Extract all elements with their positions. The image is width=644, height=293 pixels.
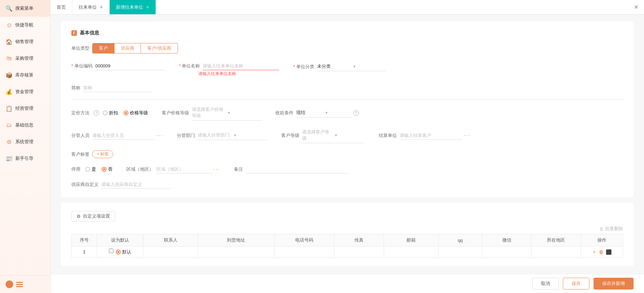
tab-partners-close[interactable]: ✕ xyxy=(100,5,103,10)
unit-code-input[interactable] xyxy=(95,62,165,70)
row-fax[interactable] xyxy=(335,246,384,258)
add-tag-button[interactable]: + 标签 xyxy=(92,150,113,158)
settlement-unit-more-icon[interactable]: ··· xyxy=(464,132,470,139)
pricing-radio-discount-label: 折扣 xyxy=(109,110,118,116)
unit-category-select[interactable]: 未分类 ▼ xyxy=(317,62,387,71)
wechat-input[interactable] xyxy=(495,249,519,254)
custom-settings-button[interactable]: ⚙ 自定义项设置 xyxy=(71,211,115,221)
disable-yes-label: 是 xyxy=(92,166,96,172)
tab-new-partner-close[interactable]: ✕ xyxy=(146,5,149,10)
sidebar-item-label: 资金管理 xyxy=(15,89,33,95)
region-more-icon[interactable]: ··· xyxy=(213,166,220,172)
type-btn-supplier[interactable]: 供应商 xyxy=(115,43,141,54)
customer-level-placeholder: 请选择客户等级 xyxy=(302,129,333,141)
disable-radio-group: 是 否 xyxy=(85,166,112,172)
row-area[interactable] xyxy=(532,246,581,258)
pricing-help-icon[interactable]: ? xyxy=(94,110,99,116)
remark-label: 备注 xyxy=(234,166,243,172)
pricing-row: 定价方法 ? 折扣 价格等级 客户价格等级 xyxy=(71,105,623,121)
address-input[interactable] xyxy=(215,249,257,254)
customer-level-select[interactable]: 请选择客户等级 ▼ xyxy=(302,128,365,143)
col-fax: 传真 xyxy=(335,234,384,246)
unit-type-row: 单位类型 客户 供应商 客户/供应商 xyxy=(71,43,623,54)
manager-input[interactable] xyxy=(92,131,155,140)
save-new-button[interactable]: 保存并新增 xyxy=(594,278,634,290)
payment-terms-value: 现结 xyxy=(296,109,323,116)
unit-code-group: 单位编码 xyxy=(71,62,165,70)
disable-radio-no[interactable]: 否 xyxy=(102,166,112,172)
row-phone[interactable] xyxy=(274,246,335,258)
tab-partners[interactable]: 往来单位 ✕ xyxy=(72,0,110,14)
payment-terms-help-icon[interactable]: ? xyxy=(353,110,359,116)
menu-toggle-icon[interactable] xyxy=(16,281,23,288)
col-no: 序号 xyxy=(72,234,97,246)
col-area: 所在地区 xyxy=(532,234,581,246)
batch-delete-label[interactable]: 批量删除 xyxy=(605,226,623,232)
tab-home[interactable]: 首页 xyxy=(50,0,72,14)
cancel-button[interactable]: 取消 xyxy=(532,278,559,290)
sidebar-item-purchase[interactable]: 🛍 采购管理 xyxy=(0,50,50,67)
save-button[interactable]: 保存 xyxy=(563,278,589,290)
region-label: 区域（地区） xyxy=(126,166,154,172)
row-address[interactable] xyxy=(198,246,274,258)
col-phone: 电话号码 xyxy=(274,234,335,246)
unit-category-value: 未分类 xyxy=(317,63,351,70)
sidebar-item-operations[interactable]: 📋 经营管理 xyxy=(0,100,50,117)
unit-name-input[interactable] xyxy=(203,62,279,70)
area-input[interactable] xyxy=(544,249,568,254)
disable-radio-yes[interactable]: 是 xyxy=(85,166,96,172)
contact-input[interactable] xyxy=(157,249,184,254)
row-default-radio-circle xyxy=(116,250,121,254)
sidebar-item-basicinfo[interactable]: 🗂 基础信息 xyxy=(0,117,50,133)
customer-level-group: 客户等级 请选择客户等级 ▼ xyxy=(281,128,365,143)
row-qq[interactable] xyxy=(438,246,482,258)
row-add-icon[interactable]: ＋ xyxy=(592,249,597,255)
pricing-radio-level[interactable]: 价格等级 xyxy=(124,110,148,116)
payment-terms-group: 收款条件 现结 ▼ ? xyxy=(275,108,359,117)
customer-price-level-select[interactable]: 请选择客户价格等级 ▼ xyxy=(192,105,261,121)
type-btn-customer[interactable]: 客户 xyxy=(92,43,115,54)
type-btn-both[interactable]: 客户/供应商 xyxy=(141,43,178,54)
remark-input[interactable] xyxy=(246,165,350,173)
sidebar-item-inventory[interactable]: 📦 库存核算 xyxy=(0,67,50,83)
footer: 取消 保存 保存并新增 xyxy=(50,274,644,293)
col-contact: 联系人 xyxy=(143,234,198,246)
short-name-input[interactable] xyxy=(83,84,153,92)
settings-icon: ⚙ xyxy=(77,214,81,219)
manager-more-icon[interactable]: ··· xyxy=(156,132,163,139)
sidebar-item-sales[interactable]: 🏠 销售管理 xyxy=(0,33,50,50)
pricing-radio-discount[interactable]: 折扣 xyxy=(103,110,118,116)
department-group: 分管部门 请输入分管部门 ▼ xyxy=(177,131,267,140)
email-input[interactable] xyxy=(397,249,425,254)
unit-category-arrow: ▼ xyxy=(353,65,387,68)
pricing-radio-group: 折扣 价格等级 xyxy=(103,110,148,116)
sidebar-item-system[interactable]: ⚙ 系统管理 xyxy=(0,133,50,150)
row-checkbox[interactable] xyxy=(109,249,113,253)
region-input[interactable] xyxy=(156,165,212,173)
phone-input[interactable] xyxy=(289,249,320,254)
sidebar-item-label: 快捷导航 xyxy=(15,22,33,28)
supplier-custom-input[interactable] xyxy=(101,180,171,189)
row-default-radio[interactable]: 默认 xyxy=(116,249,131,255)
manager-group: 分管人员 ··· xyxy=(71,131,163,140)
department-select[interactable]: 请输入分管部门 ▼ xyxy=(198,131,267,140)
tab-close-all[interactable]: ✕ xyxy=(628,0,644,14)
col-wechat: 微信 xyxy=(482,234,532,246)
sidebar-item-newguide[interactable]: 📰 新手引导 xyxy=(0,150,50,167)
row-wechat[interactable] xyxy=(482,246,532,258)
row-delete-icon[interactable]: 🗑 xyxy=(599,249,604,255)
sidebar-item-search[interactable]: 🔍 搜索菜单 xyxy=(0,0,50,17)
settlement-unit-input[interactable] xyxy=(400,131,462,140)
row-scroll-icon[interactable]: ⬛ xyxy=(606,249,612,255)
department-placeholder: 请输入分管部门 xyxy=(198,132,232,138)
sidebar-item-finance[interactable]: 💰 资金管理 xyxy=(0,83,50,100)
row-contact[interactable] xyxy=(143,246,198,258)
batch-delete-area: 🗑 批量删除 xyxy=(71,226,623,232)
tab-new-partner[interactable]: 新增往来单位 ✕ xyxy=(110,0,156,14)
payment-terms-select[interactable]: 现结 ▼ xyxy=(296,108,352,117)
row-default-label: 默认 xyxy=(122,249,131,255)
row-email[interactable] xyxy=(384,246,438,258)
qq-input[interactable] xyxy=(450,249,471,254)
fax-input[interactable] xyxy=(347,249,371,254)
sidebar-item-quicknav[interactable]: ⊙ 快捷导航 xyxy=(0,17,50,33)
